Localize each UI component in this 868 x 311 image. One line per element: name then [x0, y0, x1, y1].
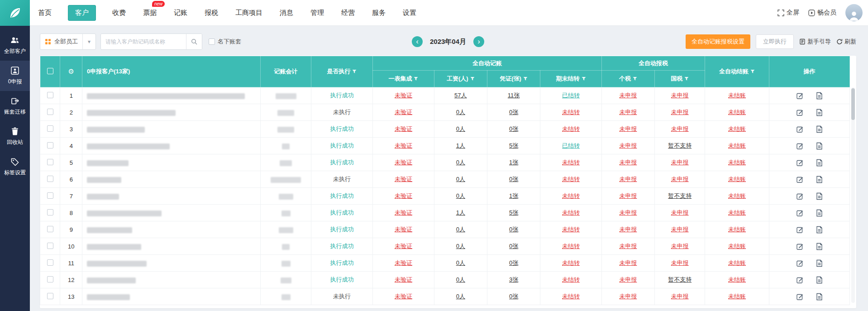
nav-item-settings[interactable]: 设置: [402, 5, 417, 20]
personal-tax-link[interactable]: 未申报: [619, 243, 637, 249]
nav-item-bookkeeping[interactable]: 记账: [173, 5, 188, 20]
closing-status-link[interactable]: 未结账: [728, 192, 746, 199]
row-checkbox[interactable]: [47, 293, 53, 299]
nav-item-tax[interactable]: 报税: [204, 5, 219, 20]
personal-tax-link[interactable]: 未申报: [619, 92, 637, 99]
voucher-link[interactable]: 0张: [509, 125, 518, 132]
search-button[interactable]: [186, 34, 202, 49]
sidebar-item-all-clients[interactable]: 全部客户: [0, 30, 30, 61]
row-checkbox[interactable]: [47, 192, 53, 199]
filter-icon[interactable]: [633, 77, 637, 81]
personal-tax-link[interactable]: 未申报: [619, 293, 637, 300]
personal-tax-link[interactable]: 未申报: [619, 226, 637, 233]
carryover-status-link[interactable]: 未结转: [562, 293, 580, 300]
report-icon[interactable]: [816, 125, 823, 133]
report-icon[interactable]: [816, 293, 823, 301]
edit-icon[interactable]: [796, 209, 804, 217]
row-checkbox[interactable]: [47, 226, 53, 232]
next-month-button[interactable]: ›: [473, 36, 484, 47]
voucher-link[interactable]: 0张: [509, 109, 518, 115]
nav-item-services[interactable]: 服务: [371, 5, 386, 20]
carryover-status-link[interactable]: 未结转: [562, 192, 580, 199]
integrated-status-link[interactable]: 未验证: [395, 243, 412, 249]
closing-status-link[interactable]: 未结账: [728, 276, 746, 283]
national-tax-link[interactable]: 未申报: [671, 125, 689, 132]
nav-item-business-projects[interactable]: 工商项目: [234, 5, 263, 20]
integrated-status-link[interactable]: 未验证: [395, 259, 412, 266]
fullscreen-button[interactable]: 全屏: [777, 9, 799, 17]
report-icon[interactable]: [816, 176, 823, 183]
voucher-link[interactable]: 5张: [509, 142, 518, 149]
closing-status-link[interactable]: 未结账: [728, 176, 746, 182]
national-tax-link[interactable]: 未申报: [671, 209, 689, 216]
integrated-status-link[interactable]: 未验证: [395, 209, 412, 216]
row-checkbox[interactable]: [47, 125, 53, 132]
row-checkbox[interactable]: [47, 259, 53, 266]
personal-tax-link[interactable]: 未申报: [619, 125, 637, 132]
report-icon[interactable]: [816, 159, 823, 167]
salary-link[interactable]: 0人: [456, 293, 465, 300]
nav-item-messages[interactable]: 消息: [279, 5, 294, 20]
salary-link[interactable]: 0人: [456, 176, 465, 182]
report-icon[interactable]: [816, 109, 823, 116]
carryover-status-link[interactable]: 已结转: [562, 142, 580, 149]
closing-status-link[interactable]: 未结账: [728, 243, 746, 249]
salary-link[interactable]: 1人: [456, 142, 465, 149]
beginner-guide-button[interactable]: 新手引导: [799, 38, 831, 46]
scrollbar-thumb[interactable]: [851, 88, 855, 120]
nav-item-management[interactable]: 管理: [310, 5, 325, 20]
edit-icon[interactable]: [796, 109, 804, 116]
edit-icon[interactable]: [796, 92, 804, 100]
report-icon[interactable]: [816, 142, 823, 150]
salary-link[interactable]: 0人: [456, 192, 465, 199]
refresh-button[interactable]: 刷新: [836, 38, 856, 46]
national-tax-link[interactable]: 暂不支持: [668, 276, 692, 283]
closing-status-link[interactable]: 未结账: [728, 109, 746, 115]
report-icon[interactable]: [816, 226, 823, 234]
member-button[interactable]: 畅会员: [808, 9, 836, 17]
nav-item-customers[interactable]: 客户: [68, 5, 96, 21]
report-icon[interactable]: [816, 276, 823, 284]
filter-icon[interactable]: [750, 69, 755, 74]
closing-status-link[interactable]: 未结账: [728, 209, 746, 216]
report-icon[interactable]: [816, 243, 823, 250]
row-checkbox[interactable]: [47, 142, 53, 148]
edit-icon[interactable]: [796, 159, 804, 167]
employee-filter-select[interactable]: 全部员工 ▾: [40, 33, 96, 50]
carryover-status-link[interactable]: 未结转: [562, 159, 580, 166]
row-checkbox[interactable]: [47, 109, 53, 115]
personal-tax-link[interactable]: 未申报: [619, 276, 637, 283]
personal-tax-link[interactable]: 未申报: [619, 192, 637, 199]
filter-icon[interactable]: [352, 69, 357, 74]
carryover-status-link[interactable]: 未结转: [562, 176, 580, 182]
select-all-checkbox[interactable]: [47, 68, 53, 74]
personal-tax-link[interactable]: 未申报: [619, 159, 637, 166]
owned-ledger-checkbox[interactable]: [209, 38, 215, 45]
integrated-status-link[interactable]: 未验证: [395, 92, 412, 99]
voucher-link[interactable]: 1张: [509, 159, 518, 166]
filter-icon[interactable]: [470, 77, 475, 81]
closing-status-link[interactable]: 未结账: [728, 226, 746, 233]
nav-item-home[interactable]: 首页: [37, 5, 52, 20]
closing-status-link[interactable]: 未结账: [728, 92, 746, 99]
salary-link[interactable]: 0人: [456, 125, 465, 132]
national-tax-link[interactable]: 未申报: [671, 92, 689, 99]
integrated-status-link[interactable]: 未验证: [395, 109, 412, 115]
voucher-link[interactable]: 0张: [509, 176, 518, 182]
edit-icon[interactable]: [796, 226, 804, 234]
vertical-scrollbar[interactable]: [851, 87, 855, 303]
national-tax-link[interactable]: 未申报: [671, 176, 689, 182]
filter-icon[interactable]: [414, 77, 418, 81]
voucher-link[interactable]: 0张: [509, 293, 518, 300]
edit-icon[interactable]: [796, 276, 804, 284]
row-checkbox[interactable]: [47, 243, 53, 249]
prev-month-button[interactable]: ‹: [412, 36, 423, 47]
filter-icon[interactable]: [684, 77, 689, 81]
voucher-link[interactable]: 1张: [509, 192, 518, 199]
salary-link[interactable]: 0人: [456, 226, 465, 233]
edit-icon[interactable]: [796, 142, 804, 150]
carryover-status-link[interactable]: 未结转: [562, 226, 580, 233]
salary-link[interactable]: 57人: [454, 92, 467, 99]
personal-tax-link[interactable]: 未申报: [619, 259, 637, 266]
closing-status-link[interactable]: 未结账: [728, 293, 746, 300]
